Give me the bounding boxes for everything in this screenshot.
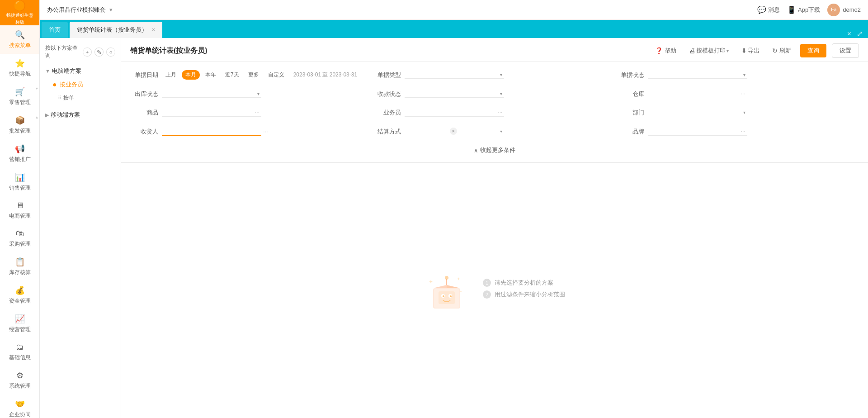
message-button[interactable]: 💬 消息 [757, 5, 780, 14]
desktop-section: ▼ 电脑端方案 ● 按业务员 ⠿ 按单 [40, 62, 121, 106]
refresh-button[interactable]: ↻ 刷新 [769, 45, 795, 57]
goods-select[interactable]: ··· [162, 108, 261, 117]
settlement-label: 结算方式 [373, 128, 405, 136]
collapse-panel-button[interactable]: « [106, 48, 115, 57]
sidebar-item-marketing[interactable]: 📢 营销推广 [0, 139, 40, 168]
panel-title: 按以下方案查询 [45, 44, 83, 60]
svg-point-7 [443, 295, 444, 297]
desktop-section-header[interactable]: ▼ 电脑端方案 [40, 64, 121, 78]
sidebar-item-finance[interactable]: 💰 资金管理 [0, 281, 40, 309]
settlement-arrow: ▾ [500, 129, 502, 134]
date-this-month-btn[interactable]: 本月 [182, 70, 200, 80]
app-download-button[interactable]: 📱 App下载 [787, 5, 820, 14]
salesperson-scheme-item[interactable]: ● 按业务员 [40, 78, 121, 91]
content-area: 按以下方案查询 + ✎ « ▼ 电脑端方案 ● 按业务员 ⠿ 按 [40, 38, 868, 418]
maximize-icon: ⤢ [857, 29, 863, 38]
receipt-status-select[interactable]: ▾ [405, 90, 504, 98]
cooperation-icon: 🤝 [15, 399, 25, 409]
svg-marker-1 [433, 285, 447, 288]
print-button[interactable]: 🖨 按模板打印 ▾ [685, 45, 732, 57]
sidebar-item-basic[interactable]: 🗂 基础信息 [0, 338, 40, 366]
sidebar-item-wholesale[interactable]: 📦 批发管理 ▴ [0, 111, 40, 139]
receiver-label: 收货人 [130, 128, 162, 136]
tab-salesperson-report[interactable]: 销货单统计表（按业务员） × [70, 22, 162, 38]
out-status-select[interactable]: ▾ [162, 90, 261, 98]
doc-status-select[interactable]: ▾ [648, 71, 747, 79]
step-2-text: 用过滤条件来缩小分析范围 [495, 290, 565, 299]
sidebar-item-cooperation[interactable]: 🤝 企业协同 [0, 394, 40, 418]
date-filter-cell: 单据日期 上月 本月 本年 近7天 更多 自定义 2023-03-01 至 20… [130, 67, 373, 82]
warehouse-label: 仓库 [616, 90, 648, 98]
receiver-dots[interactable]: ··· [263, 128, 268, 135]
brand-select[interactable]: ··· [648, 127, 747, 136]
svg-point-10 [445, 276, 448, 280]
tab-home[interactable]: 首页 [42, 22, 68, 38]
edit-scheme-button[interactable]: ✎ [94, 48, 104, 57]
finance-icon: 💰 [15, 285, 25, 295]
svg-text:✦: ✦ [429, 279, 433, 285]
mobile-section-header[interactable]: ▶ 移动端方案 [40, 108, 121, 122]
sidebar-item-label: 快捷导航 [9, 70, 31, 78]
sidebar-item-search[interactable]: 🔍 搜索菜单 [0, 25, 40, 54]
doc-type-arrow: ▾ [500, 72, 502, 77]
search-icon: 🔍 [15, 30, 25, 40]
workspace-dropdown-icon[interactable]: ▾ [109, 6, 113, 13]
svg-text:✦: ✦ [457, 276, 460, 281]
receipt-status-filter-cell: 收款状态 ▾ [373, 87, 616, 101]
print-icon: 🖨 [689, 47, 695, 54]
query-button[interactable]: 查询 [800, 44, 826, 57]
out-status-label: 出库状态 [130, 90, 162, 98]
sidebar-item-operation[interactable]: 📈 经营管理 [0, 309, 40, 338]
print-label: 按模板打印 [696, 47, 726, 55]
sidebar-item-ecommerce[interactable]: 🖥 电商管理 [0, 196, 40, 224]
left-panel: 按以下方案查询 + ✎ « ▼ 电脑端方案 ● 按业务员 ⠿ 按 [40, 38, 121, 418]
doc-type-select[interactable]: ▾ [405, 71, 504, 79]
operation-icon: 📈 [15, 314, 25, 324]
tab-active-label: 销货单统计表（按业务员） [77, 26, 147, 34]
marketing-icon: 📢 [15, 144, 25, 154]
by-order-item[interactable]: ⠿ 按单 [40, 91, 121, 104]
app-logo: 🟠 畅捷通好生意 标版 [0, 0, 40, 25]
brand-dots: ··· [741, 128, 745, 134]
sidebar-item-label: 搜索菜单 [9, 42, 31, 49]
star-icon: ⭐ [15, 58, 25, 68]
receiver-input[interactable] [162, 127, 261, 136]
goods-filter-cell: 商品 ··· [130, 105, 373, 119]
help-button[interactable]: ❓ 帮助 [651, 45, 680, 57]
date-this-year-btn[interactable]: 本年 [202, 70, 220, 80]
sidebar-item-purchase[interactable]: 🛍 采购管理 [0, 224, 40, 252]
topbar: 办公用品行业模拟账套 ▾ 💬 消息 📱 App下载 Ea demo2 [40, 0, 868, 20]
date-more-btn[interactable]: 更多 [245, 70, 263, 80]
tab-close-icon[interactable]: × [152, 27, 155, 33]
date-last-month-btn[interactable]: 上月 [162, 70, 180, 80]
sidebar-item-sales[interactable]: 📊 销售管理 [0, 168, 40, 196]
empty-step-2: 2 用过滤条件来缩小分析范围 [483, 290, 565, 299]
settlement-clear-button[interactable]: × [450, 128, 457, 135]
ecommerce-icon: 🖥 [16, 201, 24, 210]
svg-text:✦: ✦ [459, 290, 462, 294]
add-scheme-button[interactable]: + [83, 48, 92, 57]
page-header: 销货单统计表(按业务员) ❓ 帮助 🖨 按模板打印 ▾ ⬇ 导出 [121, 38, 868, 62]
wholesale-icon: 📦 [15, 115, 25, 125]
collapse-more-button[interactable]: ∧ 收起更多条件 [474, 146, 515, 154]
sidebar-item-inventory[interactable]: 📋 库存核算 [0, 252, 40, 281]
settlement-select[interactable]: × ▾ [405, 127, 504, 136]
warehouse-select[interactable]: ··· [648, 90, 747, 98]
sidebar-item-quick[interactable]: ⭐ 快捷导航 [0, 54, 40, 82]
message-label: 消息 [768, 6, 780, 14]
settings-button[interactable]: 设置 [832, 43, 859, 58]
sidebar-item-system[interactable]: ⚙ 系统管理 [0, 366, 40, 394]
sidebar-item-label: 营销推广 [9, 156, 31, 163]
dept-select[interactable]: ▾ [648, 109, 747, 116]
salesperson-label: 业务员 [373, 109, 405, 117]
date-last7-btn[interactable]: 近7天 [222, 70, 243, 80]
salesperson-select[interactable]: ··· [405, 108, 504, 117]
receiver-filter-cell: 收货人 ··· [130, 124, 373, 139]
user-profile-button[interactable]: Ea demo2 [827, 4, 861, 16]
export-button[interactable]: ⬇ 导出 [738, 45, 763, 57]
app-subname: 标版 [15, 19, 24, 25]
salesperson-filter-cell: 业务员 ··· [373, 105, 616, 119]
sidebar-item-retail[interactable]: 🛒 零售管理 ▾ [0, 82, 40, 111]
close-window-button[interactable]: × ⤢ [842, 29, 868, 38]
date-custom-btn[interactable]: 自定义 [264, 70, 288, 80]
